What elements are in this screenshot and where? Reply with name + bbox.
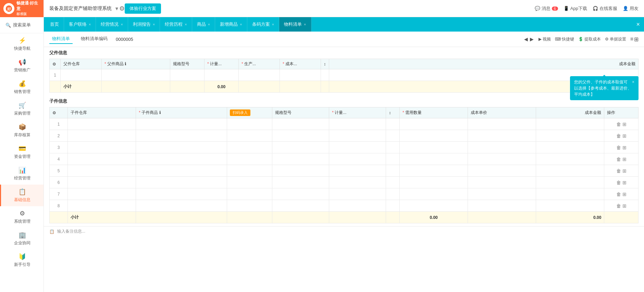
child-row-7-qty[interactable] [400,188,468,200]
child-row-5-goods[interactable] [136,165,227,177]
child-row-7-cost-amount[interactable] [536,188,604,200]
child-row-8-unit-cost[interactable] [468,200,536,212]
child-row-2-warehouse[interactable] [68,130,136,142]
child-row-7-goods[interactable] [136,188,227,200]
child-row-5-unit-cost[interactable] [468,165,536,177]
child-row-8-warehouse[interactable] [68,200,136,212]
child-row-7-copy-icon[interactable]: ⊞ [622,191,627,197]
online-support-button[interactable]: 🎧 在线客服 [593,5,617,12]
child-row-5-unit[interactable] [329,165,386,177]
sidebar-item-guide[interactable]: 🔰 新手引导 [0,249,44,271]
parent-col-settings[interactable]: ⚙ [50,59,61,69]
child-row-6-warehouse[interactable] [68,177,136,188]
user-avatar-button[interactable]: 👤 用友 [623,5,639,12]
child-row-4-spec[interactable] [272,153,329,165]
scan-input-button[interactable]: 扫码录入 [230,109,250,116]
child-row-8-goods[interactable] [136,200,227,212]
child-row-2-copy-icon[interactable]: ⊞ [622,133,627,139]
child-row-1-qty[interactable] [400,118,468,130]
tab-goods-close-icon[interactable]: × [208,22,210,26]
tab-ops-history-close-icon[interactable]: × [185,22,187,26]
sidebar-item-basic-info[interactable]: 📋 基础信息 [0,185,44,206]
child-row-6-qty[interactable] [400,177,468,188]
child-row-2-spec[interactable] [272,130,329,142]
child-row-2-delete-icon[interactable]: 🗑 [616,133,621,139]
child-row-8-spec[interactable] [272,200,329,212]
parent-row-1-unit[interactable] [205,69,239,81]
child-row-8-copy-icon[interactable]: ⊞ [622,203,627,209]
child-row-3-unit[interactable] [329,142,386,153]
single-settings-button[interactable]: ⚙ 单据设置 [605,36,626,42]
child-row-2-cost-amount[interactable] [536,130,604,142]
parent-row-1-goods[interactable] [102,69,170,81]
child-row-6-cost-amount[interactable] [536,177,604,188]
tab-new-goods[interactable]: 新增商品 × [215,17,247,32]
child-row-3-cost-amount[interactable] [536,142,604,153]
tab-barcode-close-icon[interactable]: × [272,22,274,26]
tab-customers[interactable]: 客户联络 × [64,17,96,32]
child-row-8-qty[interactable] [400,200,468,212]
child-row-1-spec[interactable] [272,118,329,130]
tab-profit-close-icon[interactable]: × [153,22,155,26]
sidebar-item-system[interactable]: ⚙ 系统管理 [0,206,44,228]
child-row-7-spec[interactable] [272,188,329,200]
child-row-1-warehouse[interactable] [68,118,136,130]
child-row-3-warehouse[interactable] [68,142,136,153]
child-row-6-copy-icon[interactable]: ⊞ [622,180,627,185]
sidebar-item-marketing[interactable]: 📢 营销推广 [0,55,44,77]
child-row-6-unit[interactable] [329,177,386,188]
tab-customers-close-icon[interactable]: × [89,22,91,26]
child-row-1-delete-icon[interactable]: 🗑 [616,121,621,127]
child-row-6-delete-icon[interactable]: 🗑 [616,180,621,185]
child-row-5-qty[interactable] [400,165,468,177]
child-row-4-cost-amount[interactable] [536,153,604,165]
settings-gear-icon[interactable]: ⚙ [119,5,125,12]
parent-row-1-production[interactable] [239,69,280,81]
parent-row-1-cost[interactable] [280,69,321,81]
child-row-4-delete-icon[interactable]: 🗑 [616,156,621,162]
child-row-2-goods[interactable] [136,130,227,142]
child-row-3-goods[interactable] [136,142,227,153]
child-row-5-spec[interactable] [272,165,329,177]
child-row-7-unit[interactable] [329,188,386,200]
tab-goods[interactable]: 商品 × [192,17,215,32]
child-row-6-goods[interactable] [136,177,227,188]
child-row-7-unit-cost[interactable] [468,188,536,200]
child-row-3-copy-icon[interactable]: ⊞ [622,145,627,150]
child-row-2-qty[interactable] [400,130,468,142]
child-row-3-qty[interactable] [400,142,468,153]
child-row-4-warehouse[interactable] [68,153,136,165]
child-row-5-warehouse[interactable] [68,165,136,177]
child-row-1-unit-cost[interactable] [468,118,536,130]
child-row-1-goods[interactable] [136,118,227,130]
tab-ops-status[interactable]: 经营情况 × [96,17,128,32]
sidebar-item-inventory[interactable]: 📦 库存核算 [0,120,44,141]
tab-profit[interactable]: 利润报告 × [128,17,160,32]
sidebar-item-finance[interactable]: 💳 资金管理 [0,141,44,163]
parent-row-1-warehouse[interactable] [61,69,102,81]
view-video-button[interactable]: ▶ 视频 [538,36,551,42]
sidebar-item-quick-nav[interactable]: ⚡ 快捷导航 [0,33,44,55]
tab-bom[interactable]: 物料清单 × [279,17,311,32]
extract-cost-button[interactable]: 💲 提取成本 [578,36,601,42]
child-row-2-unit[interactable] [329,130,386,142]
tab-home[interactable]: 首页 [45,17,64,32]
child-row-5-cost-amount[interactable] [536,165,604,177]
list-view-icon[interactable]: ≡ [630,36,633,43]
child-row-4-qty[interactable] [400,153,468,165]
child-row-3-unit-cost[interactable] [468,142,536,153]
child-row-3-spec[interactable] [272,142,329,153]
child-row-1-unit[interactable] [329,118,386,130]
sidebar-item-sales[interactable]: 💰 销售管理 [0,77,44,98]
child-row-3-delete-icon[interactable]: 🗑 [616,145,621,150]
grid-view-icon[interactable]: ⊞ [634,36,639,43]
sidebar-item-operations[interactable]: 📊 经营管理 [0,163,44,185]
parent-row-1-spec[interactable] [170,69,205,81]
sidebar-item-enterprise[interactable]: 🏢 企业协同 [0,228,44,249]
child-row-5-delete-icon[interactable]: 🗑 [616,168,621,174]
search-menu-button[interactable]: 🔍 搜索菜单 [3,20,41,30]
child-col-extra[interactable]: ↕ [386,107,400,118]
child-row-4-goods[interactable] [136,153,227,165]
tab-new-goods-close-icon[interactable]: × [240,22,242,26]
tab-barcode[interactable]: 条码方案 × [247,17,279,32]
